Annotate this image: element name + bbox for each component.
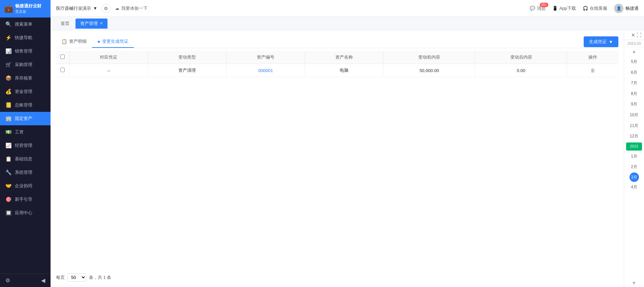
topbar-right: 💬 消息 99+ 📱 App下载 🎧 在线客服 👤 畅捷通 xyxy=(530,4,639,13)
table-row: -- 资产清理 000001 电脑 50,000.00 0.00 🗑 xyxy=(56,64,618,77)
delete-icon[interactable]: 🗑 xyxy=(590,68,595,73)
cell-asset-name: 电脑 xyxy=(305,64,384,77)
month-item[interactable]: 7月 xyxy=(624,78,644,89)
voucher-icon: ● xyxy=(97,39,100,44)
inventory-icon: 📦 xyxy=(5,75,11,81)
main-area: 医疗器械行业演示 ▼ ⚙ ☁ 我要体验一下 💬 消息 99+ 📱 App下载 🎧… xyxy=(51,0,644,287)
table-container: 对应凭证 变动类型 资产编号 资产名称 变动前内容 变动后内容 操作 -- 资产… xyxy=(56,51,618,269)
settings-button[interactable]: ⚙ xyxy=(101,4,111,13)
sidebar-item-basic-info[interactable]: 📋 基础信息 xyxy=(0,152,51,166)
sidebar-label-ledger: 总账管理 xyxy=(15,102,32,108)
col-asset-code: 资产编号 xyxy=(226,51,305,64)
cloud-icon: ☁ xyxy=(115,6,119,11)
sidebar-label-fixed-assets: 固定资产 xyxy=(15,116,32,122)
nav-tabs: 首页 资产管理 ✕ xyxy=(51,17,644,30)
col-after: 变动后内容 xyxy=(475,51,567,64)
sidebar-footer: ⚙ ◀ xyxy=(0,274,51,287)
list-icon: 📋 xyxy=(61,39,67,44)
user-menu[interactable]: 👤 畅捷通 xyxy=(614,4,639,13)
sidebar-item-purchase[interactable]: 🛒 采购管理 xyxy=(0,58,51,71)
sub-tab-generate-voucher[interactable]: ● 变更生成凭证 xyxy=(92,36,134,48)
collapse-icon[interactable]: ◀ xyxy=(41,277,45,284)
month-item[interactable]: 5月 xyxy=(624,57,644,67)
sidebar-item-inventory[interactable]: 📦 库存核算 xyxy=(0,71,51,85)
sidebar-item-app-center[interactable]: 🔲 应用中心 xyxy=(0,206,51,220)
basic-info-icon: 📋 xyxy=(5,156,11,162)
month-item[interactable]: 11月 xyxy=(624,121,644,131)
year-badge: 2023 xyxy=(626,142,642,151)
sidebar-item-ledger[interactable]: 📒 总账管理 xyxy=(0,98,51,112)
sidebar-item-search[interactable]: 🔍 搜索菜单 xyxy=(0,18,51,31)
selected-month-item[interactable]: 3月 xyxy=(630,172,639,182)
month-item[interactable]: 12月 xyxy=(624,131,644,142)
company-selector[interactable]: 医疗器械行业演示 ▼ xyxy=(56,5,97,11)
app-download-button[interactable]: 📱 App下载 xyxy=(552,5,576,11)
col-change-type: 变动类型 xyxy=(148,51,226,64)
sidebar-item-system[interactable]: 🔧 系统管理 xyxy=(0,166,51,179)
notifications-button[interactable]: 💬 消息 99+ xyxy=(530,5,546,11)
sidebar-label-purchase: 采购管理 xyxy=(15,62,32,68)
row-checkbox[interactable] xyxy=(60,68,65,72)
service-icon: 🎧 xyxy=(583,6,588,11)
sidebar-item-guide[interactable]: 🎯 新手引导 xyxy=(0,193,51,206)
total-text: 条，共 1 条 xyxy=(89,275,111,281)
month-item[interactable]: 8月 xyxy=(624,89,644,99)
sidebar-item-operations[interactable]: 📈 经营管理 xyxy=(0,139,51,152)
cell-action: 🗑 xyxy=(567,64,618,77)
month-item[interactable]: 1月 xyxy=(624,151,644,162)
panel-header: ✕ ⛶ xyxy=(624,30,644,40)
sales-icon: 📊 xyxy=(5,48,11,54)
app-download-label: App下载 xyxy=(559,5,576,11)
scroll-up-arrow[interactable]: ▲ xyxy=(624,47,644,55)
settings-icon[interactable]: ⚙ xyxy=(5,277,10,284)
online-service-button[interactable]: 🎧 在线客服 xyxy=(583,5,607,11)
col-before: 变动前内容 xyxy=(384,51,475,64)
tab-close-icon[interactable]: ✕ xyxy=(100,21,103,26)
operations-icon: 📈 xyxy=(5,142,11,149)
month-item[interactable]: 2月 xyxy=(624,162,644,172)
sidebar-label-operations: 经营管理 xyxy=(15,142,32,149)
sidebar-item-enterprise[interactable]: 🤝 企业协同 xyxy=(0,179,51,193)
scroll-down-arrow[interactable]: ▼ xyxy=(624,279,644,287)
right-date-panel: ✕ ⛶ 2023.03 ▲ 5月6月7月8月9月10月11月12月20231月2… xyxy=(624,30,644,287)
experience-button[interactable]: ☁ 我要体验一下 xyxy=(115,5,148,11)
sidebar-item-finance[interactable]: 💰 资金管理 xyxy=(0,85,51,98)
dropdown-icon: ▼ xyxy=(93,6,97,11)
app-edition: 普及版 xyxy=(15,9,41,14)
sidebar-menu: 🔍 搜索菜单⚡ 快捷导航📊 销售管理🛒 采购管理📦 库存核算💰 资金管理📒 总账… xyxy=(0,18,51,274)
company-name: 医疗器械行业演示 xyxy=(56,5,91,11)
sidebar-item-sales[interactable]: 📊 销售管理 xyxy=(0,44,51,58)
finance-icon: 💰 xyxy=(5,89,11,95)
sidebar-label-inventory: 库存核算 xyxy=(15,75,32,81)
sidebar-label-sales: 销售管理 xyxy=(15,48,32,54)
sidebar-item-payroll[interactable]: 💵 工资 xyxy=(0,125,51,139)
purchase-icon: 🛒 xyxy=(5,62,11,68)
sub-tab-asset-detail[interactable]: 📋 资产明细 xyxy=(56,36,92,48)
page-size-select[interactable]: 50 10 20 100 xyxy=(67,273,86,282)
generate-voucher-button[interactable]: 生成凭证 ▼ xyxy=(584,36,618,47)
cell-asset-code: 000001 xyxy=(226,64,305,77)
online-service-label: 在线客服 xyxy=(590,5,607,11)
sub-tab-detail-label: 资产明细 xyxy=(69,38,87,44)
expand-panel-icon[interactable]: ⛶ xyxy=(637,32,641,38)
select-all-checkbox[interactable] xyxy=(60,55,65,59)
month-list: 5月6月7月8月9月10月11月12月20231月2月3月4月 xyxy=(624,55,644,279)
cell-voucher: -- xyxy=(69,64,148,77)
month-item[interactable]: 10月 xyxy=(624,110,644,121)
sidebar-label-finance: 资金管理 xyxy=(15,89,32,95)
tab-asset-management[interactable]: 资产管理 ✕ xyxy=(75,19,108,29)
sub-tabs: 📋 资产明细 ● 变更生成凭证 xyxy=(56,36,584,48)
month-item[interactable]: 6月 xyxy=(624,67,644,78)
app-name: 畅捷通好业财 xyxy=(15,3,41,9)
avatar: 👤 xyxy=(614,4,623,13)
close-panel-icon[interactable]: ✕ xyxy=(631,32,635,38)
month-item[interactable]: 4月 xyxy=(624,182,644,193)
tab-home[interactable]: 首页 xyxy=(56,19,74,29)
bell-icon: 💬 xyxy=(530,6,535,11)
sub-tab-voucher-label: 变更生成凭证 xyxy=(102,38,128,44)
month-item[interactable]: 9月 xyxy=(624,99,644,110)
sidebar-item-fixed-assets[interactable]: 🏢 固定资产 xyxy=(0,112,51,125)
sidebar-item-quick-nav[interactable]: ⚡ 快捷导航 xyxy=(0,31,51,44)
sidebar-label-quick-nav: 快捷导航 xyxy=(15,35,32,41)
app-center-icon: 🔲 xyxy=(5,210,11,216)
